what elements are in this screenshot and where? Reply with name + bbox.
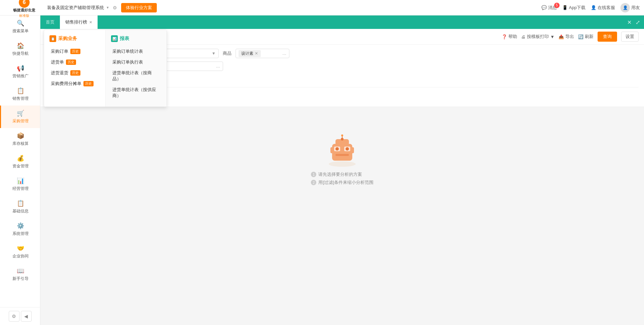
header-right: 💬 消息 5 📱 App下载 👤 在线客服 👤 用友 <box>541 3 640 12</box>
message-badge: 5 <box>554 3 560 8</box>
goods-tag: 设计素 ✕ <box>239 50 261 57</box>
report-col-icon: 📊 <box>111 35 118 42</box>
sidebar-settings-btn[interactable]: ⚙ <box>9 311 20 322</box>
purchase-col-header: 📋 采购业务 <box>49 35 100 42</box>
report-col: 📊 报表 采购订单统计表 采购订单执行表 进货单统计表（按商品） 进货单统计表（… <box>105 30 167 107</box>
sidebar-item-sales[interactable]: 📋 销售管理 <box>0 83 40 106</box>
refresh-button[interactable]: 🔄 刷新 <box>578 34 594 40</box>
empty-state: 1 请先选择要分析的方案 2 用[过滤]条件来缩小分析范围 <box>40 107 644 214</box>
dropdown-item-purchase-cost[interactable]: 采购费用分摊单 历史 <box>49 78 100 89</box>
history-badge-0: 历史 <box>70 49 80 54</box>
sidebar-item-label: 企业协同 <box>12 253 29 259</box>
hint-text-1: 请先选择要分析的方案 <box>318 171 362 177</box>
tab-expand-btn[interactable]: ⤢ <box>634 19 641 26</box>
top-header: 6 畅捷通好生意 标准版 装备及固定资产辅助管理系统 ▼ ⚙ 体验行业方案 💬 … <box>0 0 644 15</box>
sidebar-item-marketing[interactable]: 📢 营销推广 <box>0 60 40 83</box>
phone-icon: 📱 <box>562 5 568 10</box>
tab-close-btn[interactable]: ✕ <box>626 19 633 26</box>
svg-point-4 <box>335 147 339 151</box>
hint-num-2: 2 <box>311 180 316 185</box>
finance-icon: 💰 <box>17 155 24 162</box>
dropdown-item-report-2[interactable]: 进货单统计表（按商品） <box>111 68 162 84</box>
user-avatar: 👤 <box>620 3 630 12</box>
help-button[interactable]: ❓ 帮助 <box>502 34 517 40</box>
sidebar-item-label: 经营管理 <box>12 186 29 192</box>
sidebar-item-search[interactable]: 🔍 搜索菜单 <box>0 15 40 38</box>
purchase-dropdown-menu: 📋 采购业务 采购订单 历史 进货单 历史 进货退货 历史 采购费用分摊单 历史… <box>44 30 167 107</box>
export-icon: 📤 <box>559 34 564 39</box>
empty-robot-svg <box>322 134 362 167</box>
logo-icon: 6 <box>19 0 30 8</box>
print-icon: 🖨 <box>521 34 526 39</box>
sidebar-item-system[interactable]: ⚙️ 系统管理 <box>0 218 40 241</box>
sidebar-item-label: 搜索菜单 <box>12 28 29 34</box>
user-item[interactable]: 👤 用友 <box>620 3 640 12</box>
app-download-label: App下载 <box>569 5 585 11</box>
query-button[interactable]: 查询 <box>598 32 617 42</box>
hint-num-1: 1 <box>311 172 316 177</box>
goods-tag-remove[interactable]: ✕ <box>255 51 258 56</box>
tab-bar-end: ✕ ⤢ <box>626 19 644 26</box>
goods-input[interactable]: 设计素 ✕ … <box>236 49 289 58</box>
export-button[interactable]: 📤 导出 <box>559 34 574 40</box>
sidebar-footer: ⚙ ◀ <box>0 307 40 325</box>
salesperson-more-dots[interactable]: … <box>216 64 220 69</box>
print-button[interactable]: 🖨 按模板打印 ▼ <box>521 34 554 40</box>
system-dropdown-icon[interactable]: ▼ <box>106 6 109 9</box>
dropdown-item-purchase-order[interactable]: 采购订单 历史 <box>49 46 100 57</box>
sidebar-item-basic-info[interactable]: 📋 基础信息 <box>0 196 40 218</box>
history-badge-1: 历史 <box>66 59 76 65</box>
message-item[interactable]: 💬 消息 5 <box>541 5 557 11</box>
sidebar-item-label: 基础信息 <box>12 208 29 214</box>
sidebar-item-label: 销售管理 <box>12 96 29 101</box>
tab-sales-rank[interactable]: 销售排行榜 ✕ <box>60 15 98 29</box>
inventory-icon: 📦 <box>17 132 24 139</box>
settings-icon[interactable]: ⚙ <box>113 5 117 10</box>
operations-icon: 📊 <box>17 177 24 185</box>
trial-button[interactable]: 体验行业方案 <box>121 3 157 12</box>
enterprise-icon: 🤝 <box>17 245 24 252</box>
guide-icon: 📖 <box>17 267 24 275</box>
svg-rect-8 <box>351 147 354 153</box>
svg-point-10 <box>341 138 344 140</box>
sidebar-item-quick-nav[interactable]: 🏠 快捷导航 <box>0 38 40 60</box>
sidebar-item-guide[interactable]: 📖 新手引导 <box>0 263 40 286</box>
settings-button[interactable]: 设置 <box>621 32 639 42</box>
dropdown-item-report-0[interactable]: 采购订单统计表 <box>111 46 162 57</box>
user-label: 用友 <box>631 5 640 11</box>
print-dropdown-icon: ▼ <box>550 34 554 39</box>
goods-more-dots[interactable]: … <box>282 51 286 56</box>
marketing-icon: 📢 <box>17 65 24 72</box>
search-icon: 🔍 <box>17 19 24 27</box>
sidebar-item-label: 库存核算 <box>12 141 29 147</box>
sidebar-item-label: 系统管理 <box>12 231 29 237</box>
dropdown-item-report-1[interactable]: 采购订单执行表 <box>111 57 162 68</box>
service-icon: 👤 <box>591 5 596 10</box>
history-badge-3: 历史 <box>83 81 94 86</box>
dropdown-item-goods-return[interactable]: 进货退货 历史 <box>49 68 100 78</box>
hint-text-2: 用[过滤]条件来缩小分析范围 <box>318 179 373 186</box>
tab-home-label: 首页 <box>46 19 55 25</box>
online-service-item[interactable]: 👤 在线客服 <box>591 5 615 11</box>
goods-label: 商品 <box>223 50 231 56</box>
svg-rect-1 <box>332 144 352 161</box>
sales-icon: 📋 <box>17 87 24 94</box>
svg-point-5 <box>346 147 349 151</box>
dropdown-item-goods-in[interactable]: 进货单 历史 <box>49 57 100 68</box>
tab-close-icon[interactable]: ✕ <box>89 20 92 25</box>
sidebar-item-operations[interactable]: 📊 经营管理 <box>0 173 40 196</box>
purchase-col: 📋 采购业务 采购订单 历史 进货单 历史 进货退货 历史 采购费用分摊单 历史 <box>44 30 105 107</box>
home-icon: 🏠 <box>17 42 24 49</box>
logo-area: 6 畅捷通好生意 标准版 <box>4 0 44 18</box>
sidebar-item-purchase[interactable]: 🛒 采购管理 <box>0 106 40 128</box>
sidebar-item-finance[interactable]: 💰 资金管理 <box>0 151 40 173</box>
history-badge-2: 历史 <box>70 70 80 76</box>
sidebar-item-inventory[interactable]: 📦 库存核算 <box>0 128 40 151</box>
tab-sales-rank-label: 销售排行榜 <box>65 19 87 25</box>
app-download-item[interactable]: 📱 App下载 <box>562 5 585 11</box>
message-icon: 💬 <box>541 5 547 10</box>
sidebar-item-enterprise[interactable]: 🤝 企业协同 <box>0 241 40 263</box>
dropdown-item-report-3[interactable]: 进货单统计表（按供应商） <box>111 84 162 101</box>
sidebar-collapse-btn[interactable]: ◀ <box>21 311 32 322</box>
basic-info-icon: 📋 <box>17 200 24 207</box>
